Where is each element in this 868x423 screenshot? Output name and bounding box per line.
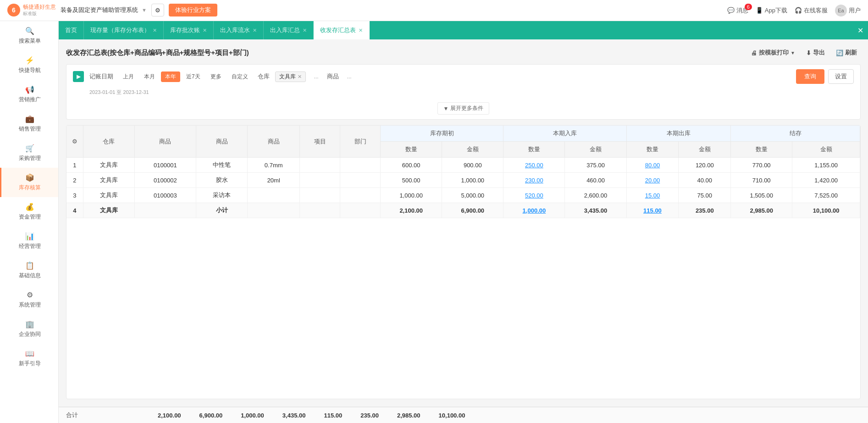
tab-home[interactable]: 首页 — [59, 21, 84, 39]
date-btn-this-year[interactable]: 本年 — [161, 71, 180, 82]
print-button[interactable]: 🖨 按模板打印 ▼ — [747, 47, 799, 59]
row1-goods-name: 中性笔 — [196, 158, 248, 173]
operations-icon: 📊 — [25, 232, 34, 241]
footer-out-amt: 235.00 — [360, 412, 379, 419]
sidebar-item-marketing[interactable]: 📢 营销推广 — [0, 80, 58, 109]
sidebar-item-basic-info[interactable]: 📋 基础信息 — [0, 256, 58, 285]
sidebar-item-search[interactable]: 🔍 搜索菜单 — [0, 21, 58, 50]
date-btn-this-month[interactable]: 本月 — [140, 71, 159, 82]
headset-icon: 🎧 — [795, 7, 802, 14]
row2-closing-amt: 1,420.00 — [792, 173, 860, 188]
row3-out-qty[interactable]: 15.00 — [626, 188, 679, 203]
query-button[interactable]: 查询 — [796, 69, 824, 84]
warehouse-label: 仓库 — [258, 72, 270, 81]
row3-goods-code: 0100003 — [134, 188, 196, 203]
tab-close-inout-flow[interactable]: ✕ — [253, 27, 257, 33]
row3-warehouse: 文具库 — [83, 188, 134, 203]
sidebar: 🔍 搜索菜单 ⚡ 快捷导航 📢 营销推广 💼 销售管理 🛒 采购管理 📦 库存核… — [0, 21, 59, 423]
row4-dept — [340, 203, 381, 218]
notification-icon: 💬 — [727, 7, 735, 14]
footer-opening-amt: 6,900.00 — [199, 412, 223, 419]
col-out-header: 本期出库 — [626, 126, 731, 142]
sidebar-item-operations[interactable]: 📊 经营管理 — [0, 226, 58, 256]
tab-bar: 首页 现存量（库存分布表） ✕ 库存批次账 ✕ 出入库流水 ✕ 出入库汇总 ✕ … — [59, 21, 868, 39]
tab-close-inventory-dist[interactable]: ✕ — [153, 27, 157, 33]
app-download-label: App下载 — [765, 6, 787, 15]
row3-seq: 3 — [66, 188, 83, 203]
expand-more-button[interactable]: ▼ 展开更多条件 — [437, 102, 490, 115]
main-layout: 🔍 搜索菜单 ⚡ 快捷导航 📢 营销推广 💼 销售管理 🛒 采购管理 📦 库存核… — [0, 21, 868, 423]
footer-in-qty: 1,000.00 — [241, 412, 264, 419]
tab-close-all[interactable]: ✕ — [857, 26, 868, 35]
tab-close-batch-ledger[interactable]: ✕ — [203, 27, 207, 33]
refresh-icon: 🔄 — [836, 49, 843, 56]
tab-recv-send-summary[interactable]: 收发存汇总表 ✕ — [314, 21, 370, 39]
warehouse-more[interactable]: ... — [311, 72, 321, 81]
tab-inventory-dist[interactable]: 现存量（库存分布表） ✕ — [84, 21, 164, 39]
quick-nav-icon: ⚡ — [25, 56, 34, 65]
warehouse-tag-close[interactable]: ✕ — [298, 74, 302, 80]
sidebar-item-quick-nav[interactable]: ⚡ 快捷导航 — [0, 50, 58, 80]
goods-more[interactable]: ... — [344, 72, 354, 81]
trial-button[interactable]: 体验行业方案 — [169, 4, 217, 16]
date-btn-7days[interactable]: 近7天 — [182, 71, 205, 82]
filter-expand-arrow[interactable]: ▶ — [73, 71, 84, 82]
row1-seq: 1 — [66, 158, 83, 173]
table-row-subtotal: 4 文具库 小计 2,100.00 6,900.00 1,000.00 3,43… — [66, 203, 860, 218]
inventory-icon: 📦 — [25, 173, 34, 182]
tab-close-inout-summary[interactable]: ✕ — [303, 27, 307, 33]
tab-close-recv-send-summary[interactable]: ✕ — [359, 27, 363, 33]
warehouse-tag[interactable]: 文具库 ✕ — [275, 71, 306, 82]
row3-in-qty[interactable]: 520.00 — [503, 188, 565, 203]
row2-out-qty[interactable]: 20.00 — [626, 173, 679, 188]
sidebar-item-purchase[interactable]: 🛒 采购管理 — [0, 138, 58, 168]
row2-project — [300, 173, 340, 188]
sidebar-item-inventory[interactable]: 📦 库存核算 — [0, 168, 58, 197]
row2-in-amt: 460.00 — [565, 173, 626, 188]
gear-button[interactable]: ⚙ — [151, 4, 164, 16]
settings-button[interactable]: 设置 — [828, 69, 854, 84]
app-tag: 标准版 — [23, 11, 56, 17]
row1-in-qty[interactable]: 250.00 — [503, 158, 565, 173]
row1-closing-qty: 770.00 — [731, 158, 792, 173]
row1-dept — [340, 158, 381, 173]
refresh-button[interactable]: 🔄 刷新 — [832, 47, 861, 59]
row4-out-qty[interactable]: 115.00 — [626, 203, 679, 218]
filter-bar: ▶ 记账日期 上月 本月 本年 近7天 更多 自定义 仓库 文具库 — [66, 64, 861, 120]
filter-expand-row: ▼ 展开更多条件 — [73, 102, 854, 115]
table-row: 2 文具库 0100002 胶水 20ml 500.00 1,000.00 23… — [66, 173, 860, 188]
finance-icon: 💰 — [25, 203, 34, 211]
print-dropdown-icon: ▼ — [791, 50, 795, 55]
sidebar-item-finance[interactable]: 💰 资金管理 — [0, 197, 58, 226]
date-btn-more[interactable]: 更多 — [206, 71, 226, 82]
date-btn-custom[interactable]: 自定义 — [227, 71, 252, 82]
row3-project — [300, 188, 340, 203]
col-in-qty-header: 数量 — [503, 142, 565, 158]
table-container: ⚙ 仓库 商品 商品 商品 项目 部门 库存期初 本期入库 本期出库 结存 — [66, 125, 861, 399]
sidebar-item-guide[interactable]: 📖 新手引导 — [0, 344, 58, 373]
notification-item[interactable]: 💬 消息 6 — [727, 6, 748, 15]
row2-in-qty[interactable]: 230.00 — [503, 173, 565, 188]
sidebar-label-finance: 资金管理 — [19, 213, 41, 221]
col-warehouse-header: 仓库 — [83, 126, 134, 158]
basic-info-icon: 📋 — [25, 261, 34, 270]
online-service-item[interactable]: 🎧 在线客服 — [795, 6, 828, 15]
sidebar-item-sales[interactable]: 💼 销售管理 — [0, 109, 58, 138]
tab-batch-ledger[interactable]: 库存批次账 ✕ — [164, 21, 214, 39]
user-item[interactable]: Ea 用户 — [835, 5, 861, 16]
date-btn-prev-month[interactable]: 上月 — [119, 71, 138, 82]
app-download-item[interactable]: 📱 App下载 — [756, 6, 787, 15]
row4-in-qty[interactable]: 1,000.00 — [503, 203, 565, 218]
sidebar-item-system[interactable]: ⚙ 系统管理 — [0, 285, 58, 314]
row3-goods-spec — [248, 188, 300, 203]
sidebar-item-enterprise[interactable]: 🏢 企业协同 — [0, 314, 58, 344]
row4-in-amt: 3,435.00 — [565, 203, 626, 218]
tab-inout-flow[interactable]: 出入库流水 ✕ — [214, 21, 264, 39]
row1-out-qty[interactable]: 80.00 — [626, 158, 679, 173]
tab-recv-send-summary-label: 收发存汇总表 — [320, 26, 356, 34]
export-button[interactable]: ⬇ 导出 — [802, 47, 829, 59]
footer-closing-qty: 2,985.00 — [397, 412, 420, 419]
tab-inout-summary[interactable]: 出入库汇总 ✕ — [264, 21, 314, 39]
row4-goods-code — [134, 203, 196, 218]
col-out-amt-header: 金额 — [679, 142, 731, 158]
